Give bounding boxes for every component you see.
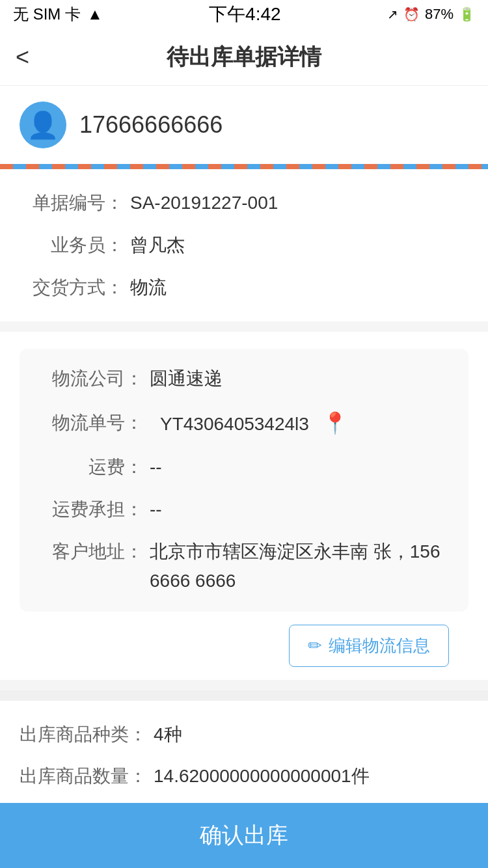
edit-icon: ✏ <box>308 636 322 656</box>
wifi-icon: ▲ <box>87 5 103 23</box>
edit-logistics-button[interactable]: ✏ 编辑物流信息 <box>289 625 449 667</box>
status-bar: 无 SIM 卡 ▲ 下午4:42 ↗ ⏰ 87% 🔋 <box>0 0 488 29</box>
battery-text: 87% <box>425 6 454 23</box>
goods-quantity-label: 出库商品数量： <box>20 762 147 791</box>
freight-label: 运费： <box>39 453 143 482</box>
user-phone: 17666666666 <box>79 111 223 139</box>
order-no-label: 单据编号： <box>20 189 124 218</box>
freight-row: 运费： -- <box>39 453 449 482</box>
delivery-value: 物流 <box>130 273 468 303</box>
goods-quantity-row: 出库商品数量： 14.62000000000000001件 <box>20 762 468 791</box>
user-header: 👤 17666666666 <box>0 86 488 164</box>
freight-bearer-value: -- <box>150 495 449 524</box>
confirm-button[interactable]: 确认出库 <box>0 803 488 868</box>
salesperson-value: 曾凡杰 <box>130 231 468 260</box>
page-title: 待出库单据详情 <box>167 42 321 72</box>
edit-logistics-btn-container: ✏ 编辑物流信息 <box>20 612 468 673</box>
status-left: 无 SIM 卡 ▲ <box>13 4 103 25</box>
tracking-value: YT43064053424l3 📍 <box>160 407 449 440</box>
address-value: 北京市市辖区海淀区永丰南 张，156 6666 6666 <box>150 537 449 596</box>
logistics-company-row: 物流公司： 圆通速递 <box>39 364 449 394</box>
goods-quantity-value: 14.62000000000000001件 <box>154 762 468 791</box>
order-no-value: SA-20191227-001 <box>130 189 468 218</box>
logistics-company-label: 物流公司： <box>39 364 143 394</box>
avatar: 👤 <box>20 102 66 148</box>
order-info-section: 单据编号： SA-20191227-001 业务员： 曾凡杰 交货方式： 物流 <box>0 169 488 321</box>
back-button[interactable]: < <box>16 44 29 71</box>
freight-bearer-label: 运费承担： <box>39 495 143 524</box>
salesperson-row: 业务员： 曾凡杰 <box>20 231 468 260</box>
delivery-label: 交货方式： <box>20 273 124 303</box>
confirm-btn-text: 确认出库 <box>200 821 288 850</box>
carrier-label: 无 SIM 卡 <box>13 4 81 25</box>
tracking-no-text: YT43064053424l3 <box>160 414 309 434</box>
dashed-divider <box>0 164 488 169</box>
order-no-row: 单据编号： SA-20191227-001 <box>20 189 468 218</box>
edit-logistics-label: 编辑物流信息 <box>329 634 430 657</box>
battery-icon: 🔋 <box>459 7 475 22</box>
address-row: 客户地址： 北京市市辖区海淀区永丰南 张，156 6666 6666 <box>39 537 449 596</box>
logistics-card: 物流公司： 圆通速递 物流单号： YT43064053424l3 📍 运费： -… <box>20 349 468 611</box>
address-label: 客户地址： <box>39 537 143 567</box>
goods-type-row: 出库商品种类： 4种 <box>20 720 468 750</box>
status-time: 下午4:42 <box>209 2 281 27</box>
tracking-no-row: 物流单号： YT43064053424l3 📍 <box>39 407 449 440</box>
map-pin-icon[interactable]: 📍 <box>322 411 348 435</box>
goods-type-value: 4种 <box>154 720 468 750</box>
salesperson-label: 业务员： <box>20 231 124 260</box>
nav-bar: < 待出库单据详情 <box>0 29 488 86</box>
freight-value: -- <box>150 453 449 482</box>
location-status-icon: ↗ <box>387 7 398 22</box>
freight-bearer-row: 运费承担： -- <box>39 495 449 524</box>
delivery-row: 交货方式： 物流 <box>20 273 468 303</box>
goods-type-label: 出库商品种类： <box>20 720 147 750</box>
tracking-label: 物流单号： <box>39 409 143 438</box>
alarm-icon: ⏰ <box>403 7 420 22</box>
avatar-icon: 👤 <box>27 110 59 141</box>
logistics-section: 物流公司： 圆通速递 物流单号： YT43064053424l3 📍 运费： -… <box>0 332 488 679</box>
section-divider <box>0 690 488 701</box>
back-icon: < <box>16 44 29 70</box>
logistics-company-value: 圆通速递 <box>150 364 449 394</box>
status-right: ↗ ⏰ 87% 🔋 <box>387 6 475 23</box>
